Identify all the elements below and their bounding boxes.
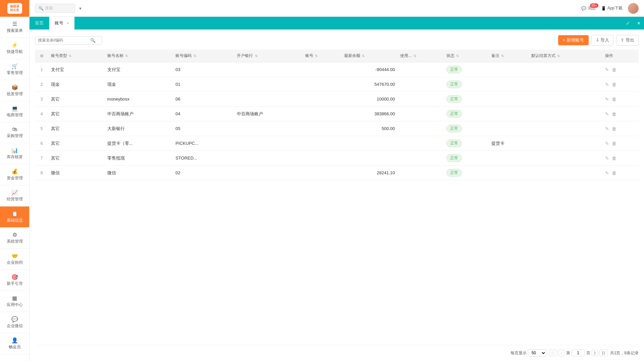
row-account: [303, 136, 341, 151]
row-status: 正常: [444, 92, 489, 107]
tab-account[interactable]: 账号 ×: [49, 17, 74, 29]
export-button[interactable]: ⇧ 导出: [616, 35, 639, 46]
edit-icon[interactable]: ✎: [605, 67, 609, 72]
delete-icon[interactable]: 🗑: [612, 141, 616, 146]
sidebar-item-enterprise-wechat[interactable]: 💬 企业微信: [0, 312, 29, 333]
delete-icon[interactable]: 🗑: [612, 126, 616, 131]
row-code: STORED...: [173, 151, 234, 166]
sidebar-item-retail[interactable]: 🛒 零售管理: [0, 59, 29, 80]
row-status: 正常: [444, 77, 489, 92]
app-icon: 📱: [601, 6, 606, 11]
add-account-button[interactable]: + 新增账号: [558, 35, 589, 45]
row-type: 现金: [48, 77, 105, 92]
sidebar-item-ecommerce[interactable]: 💻 电商管理: [0, 101, 29, 122]
row-use: [397, 92, 443, 107]
row-code: PICKUPC...: [173, 136, 234, 151]
edit-icon[interactable]: ✎: [605, 126, 609, 131]
row-actions: ✎ 🗑: [602, 77, 639, 92]
sidebar-item-operations[interactable]: 📈 经营管理: [0, 185, 29, 206]
row-type: 其它: [48, 121, 105, 136]
export-label: ⇧ 导出: [621, 37, 634, 43]
search-menu-icon: ☰: [1, 21, 28, 27]
row-num: 2: [35, 77, 48, 92]
status-badge: 正常: [446, 125, 462, 132]
tab-expand-button[interactable]: ⤢: [622, 21, 634, 26]
per-page-select[interactable]: 50 20 100: [528, 349, 546, 357]
edit-icon[interactable]: ✎: [605, 156, 609, 161]
logo-box: 畅捷通财生意: [7, 3, 22, 14]
edit-icon[interactable]: ✎: [605, 141, 609, 146]
delete-icon[interactable]: 🗑: [612, 156, 616, 161]
delete-icon[interactable]: 🗑: [612, 82, 616, 87]
sidebar-item-search[interactable]: ☰ 搜索菜单: [0, 17, 29, 38]
table-row: 6 其它 提货卡（零... PICKUPC... 正常 提货卡 ✎ 🗑: [35, 136, 639, 151]
col-default-payment: 默认结算方式 ⇅: [529, 50, 602, 62]
row-use: [397, 107, 443, 121]
sidebar-item-guide[interactable]: 🎯 新手引导: [0, 270, 29, 291]
row-num: 1: [35, 62, 48, 77]
search-icon: 🔍: [39, 6, 44, 11]
expand-icon: ⤢: [626, 21, 630, 26]
sidebar-item-enterprise-collab[interactable]: 🤝 企业协同: [0, 249, 29, 270]
row-account: [303, 151, 341, 166]
logo-area: 畅捷通财生意: [0, 0, 29, 17]
row-bank: [234, 62, 303, 77]
row-name: 零售抵现: [105, 151, 173, 166]
user-avatar[interactable]: [628, 3, 639, 14]
next-page-button[interactable]: ⟩: [592, 350, 598, 356]
row-balance: 10000.00: [341, 92, 398, 107]
sidebar-item-inventory[interactable]: 📊 库存核算: [0, 143, 29, 164]
logo-text: 畅捷通财生意: [10, 5, 19, 12]
delete-icon[interactable]: 🗑: [612, 97, 616, 102]
sidebar-item-purchase[interactable]: 🛍 采购管理: [0, 122, 29, 143]
edit-icon[interactable]: ✎: [605, 82, 609, 87]
basic-info-icon: 📋: [1, 210, 28, 217]
last-page-button[interactable]: ⟩⟩: [599, 350, 607, 356]
app-download-button[interactable]: 📱 App下载: [601, 5, 623, 11]
tab-close-button[interactable]: ✕: [634, 21, 644, 26]
sidebar-item-wholesale[interactable]: 📦 批发管理: [0, 80, 29, 101]
sidebar-item-app-center[interactable]: ▦ 应用中心: [0, 291, 29, 312]
edit-icon[interactable]: ✎: [605, 170, 609, 176]
per-page-selector: 每页显示 50 20 100: [511, 349, 546, 357]
first-page-button[interactable]: ⟨⟨: [549, 350, 557, 356]
prev-page-button[interactable]: ⟨: [558, 350, 565, 356]
status-badge: 正常: [446, 66, 462, 73]
delete-icon[interactable]: 🗑: [612, 111, 616, 117]
edit-icon[interactable]: ✎: [605, 97, 609, 102]
page-number-input[interactable]: [572, 350, 585, 356]
row-status: 正常: [444, 107, 489, 121]
sidebar-item-label: 新手引导: [1, 281, 28, 287]
row-type: 支付宝: [48, 62, 105, 77]
sidebar-item-quick-nav[interactable]: ⚡ 快捷导航: [0, 38, 29, 59]
col-settings[interactable]: ⚙: [35, 50, 48, 62]
delete-icon[interactable]: 🗑: [612, 67, 616, 72]
edit-icon[interactable]: ✎: [605, 111, 609, 117]
sidebar-item-basic-info[interactable]: 📋 基础信息: [0, 206, 29, 228]
sidebar-item-label: 系统管理: [1, 239, 28, 244]
row-type: 其它: [48, 92, 105, 107]
tab-close-icon[interactable]: ×: [67, 21, 69, 25]
app-center-icon: ▦: [1, 295, 28, 301]
message-button[interactable]: 💬 消息 99+: [581, 5, 596, 11]
table-row: 5 其它 大新银行 05 500.00 正常 ✎ 🗑: [35, 121, 639, 136]
sidebar-item-system[interactable]: ⚙ 系统管理: [0, 228, 29, 249]
row-name: 微信: [105, 166, 173, 180]
delete-icon[interactable]: 🗑: [612, 170, 616, 176]
total-label: 共1页，8条记录: [610, 350, 639, 356]
row-account: [303, 62, 341, 77]
table-row: 7 其它 零售抵现 STORED... 正常 ✎ 🗑: [35, 151, 639, 166]
import-label: ⇩ 导入: [596, 37, 609, 43]
row-code: 06: [173, 92, 234, 107]
tab-home[interactable]: 首页: [30, 17, 49, 29]
search-input[interactable]: [38, 38, 88, 43]
row-balance: 500.00: [341, 121, 398, 136]
row-name: 提货卡（零...: [105, 136, 173, 151]
sidebar-item-finance[interactable]: 💰 资金管理: [0, 164, 29, 185]
sidebar-item-label: 快捷导航: [1, 49, 28, 55]
col-action: 操作: [602, 50, 639, 62]
import-button[interactable]: ⇩ 导入: [591, 35, 614, 46]
row-code: 03: [173, 62, 234, 77]
top-search-box[interactable]: 🔍 搜索: [35, 4, 75, 13]
sidebar-item-member[interactable]: 👤 畅会员: [0, 333, 29, 354]
